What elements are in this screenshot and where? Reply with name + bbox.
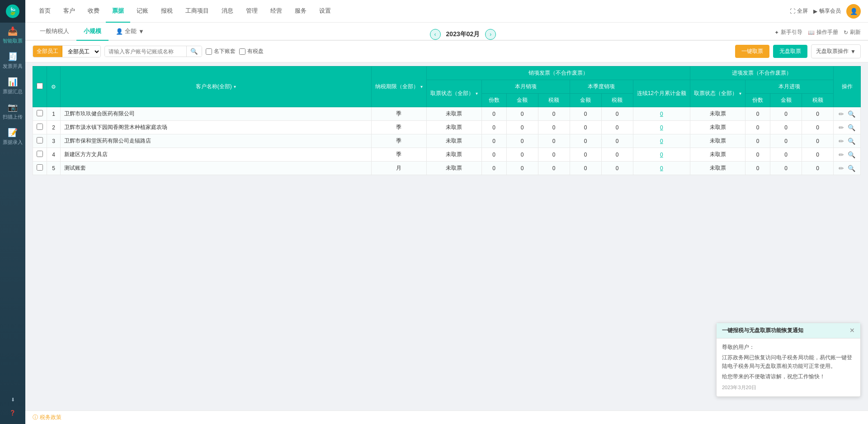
cumulative-link[interactable]: 0 [660,165,663,172]
th-amount-month-purchase: 金额 [770,94,802,107]
th-amount-quarter-sales: 金额 [570,94,601,107]
table-row: 4 新建区方方文具店 季 未取票 0 0 0 0 0 0 未取票 0 0 0 ✏… [33,148,861,162]
tab-general[interactable]: 一般纳税人 [33,23,76,41]
row-tax-month-purchase: 0 [802,134,834,148]
row-select-checkbox[interactable] [37,110,43,116]
app-logo[interactable]: 🍃 [0,0,25,23]
row-select-checkbox[interactable] [37,124,43,130]
member-btn[interactable]: ▶ 畅享会员 [813,7,841,15]
table-settings-icon[interactable]: ⚙ [51,84,56,90]
sidebar-item-invoice-open[interactable]: 🧾 发票开具 [0,48,25,73]
edit-icon[interactable]: ✏ [839,110,844,118]
row-no: 1 [47,107,61,121]
nav-home[interactable]: 首页 [33,0,57,23]
view-icon[interactable]: 🔍 [848,110,855,118]
nav-business[interactable]: 工商项目 [179,0,215,23]
th-fetch-status-sales: 取票状态（全部） ▾ [426,80,481,107]
sidebar-item-scan-upload-label: 扫描上传 [3,114,23,120]
row-copies-month-purchase: 0 [745,148,770,162]
notification-title: 一键报税与无盘取票功能恢复通知 [722,327,803,334]
filter-period-icon[interactable]: ▾ [420,84,423,89]
row-amount-quarter-sales: 0 [570,162,601,175]
nav-invoice[interactable]: 票据 [106,0,130,23]
search-button[interactable]: 🔍 [186,46,202,57]
nav-management[interactable]: 管理 [240,0,264,23]
select-all-checkbox[interactable] [37,83,43,89]
row-select-checkbox[interactable] [37,164,43,171]
sidebar-item-help[interactable]: ❓ [0,406,25,419]
employee-select[interactable]: 全部员工 [62,46,100,57]
row-select-checkbox[interactable] [37,151,43,157]
row-tax-month-sales: 0 [538,162,570,175]
nav-services[interactable]: 服务 [288,0,313,23]
no-disk-ops-btn[interactable]: 无盘取票操作 ▼ [811,44,861,58]
guide-btn[interactable]: ✦ 新手引导 [774,29,802,36]
row-period: 月 [371,162,426,175]
sidebar-item-invoice-entry-label: 票据录入 [3,139,23,146]
row-fetch-status-sales: 未取票 [426,162,481,175]
tab-all[interactable]: 👤 全能 ▼ [108,23,151,41]
edit-icon[interactable]: ✏ [839,138,844,145]
nav-tax[interactable]: 报税 [155,0,179,23]
cumulative-link[interactable]: 0 [660,111,663,117]
row-actions: ✏ 🔍 [834,121,861,134]
sidebar-item-intelligent-fetch[interactable]: 📥 智能取票 [0,23,25,48]
cumulative-link[interactable]: 0 [660,138,663,144]
row-fetch-status-sales: 未取票 [426,121,481,134]
nav-billing[interactable]: 收费 [81,0,106,23]
row-amount-month-purchase: 0 [770,107,802,121]
nav-bookkeeping[interactable]: 记账 [130,0,155,23]
next-date-btn[interactable]: › [485,29,496,40]
tab-small[interactable]: 小规模 [76,23,108,41]
nav-customer[interactable]: 客户 [57,0,81,23]
th-month-purchase: 本月进项 [745,80,834,94]
filter-status-purchase-icon[interactable]: ▾ [739,91,741,96]
notification-close-btn[interactable]: ✕ [849,327,855,334]
edit-icon[interactable]: ✏ [839,151,844,158]
nav-operations[interactable]: 经营 [264,0,288,23]
guide-icon: ✦ [774,29,779,36]
view-icon[interactable]: 🔍 [848,124,855,131]
taxdisk-checkbox[interactable] [239,48,245,55]
search-input[interactable] [105,47,186,57]
manual-btn[interactable]: 📖 操作手册 [808,29,838,36]
no-disk-fetch-btn[interactable]: 无盘取票 [773,45,807,58]
nav-messages[interactable]: 消息 [215,0,240,23]
view-icon[interactable]: 🔍 [848,165,855,172]
edit-icon[interactable]: ✏ [839,165,844,172]
sidebar-item-invoice-entry[interactable]: 📝 票据录入 [0,124,25,149]
one-key-fetch-btn[interactable]: 一键取票 [735,45,769,58]
filter-customer-icon[interactable]: ▾ [234,84,236,89]
date-navigator: ‹ 2023年02月 › [151,29,774,40]
row-amount-quarter-sales: 0 [570,107,601,121]
fullscreen-btn[interactable]: ⛶ 全屏 [790,7,808,15]
row-fetch-status-purchase: 未取票 [690,162,745,175]
avatar[interactable]: 👤 [846,4,861,19]
row-actions: ✏ 🔍 [834,162,861,175]
sidebar-item-scan-upload[interactable]: 📷 扫描上传 [0,99,25,124]
filter-status-sales-icon[interactable]: ▾ [476,91,478,96]
cumulative-link[interactable]: 0 [660,124,663,131]
view-icon[interactable]: 🔍 [848,138,855,145]
row-amount-month-sales: 0 [506,162,538,175]
sidebar-item-download[interactable]: ⬇ [0,393,25,406]
account-checkbox[interactable] [206,48,212,55]
row-select-checkbox[interactable] [37,137,43,143]
row-fetch-status-purchase: 未取票 [690,107,745,121]
row-no: 2 [47,121,61,134]
sidebar-item-invoice-summary[interactable]: 📊 票据汇总 [0,73,25,99]
view-icon[interactable]: 🔍 [848,151,855,158]
refresh-btn[interactable]: ↻ 刷新 [844,29,861,36]
edit-icon[interactable]: ✏ [839,124,844,131]
row-copies-month-sales: 0 [481,162,506,175]
th-tax-month-sales: 税额 [538,94,570,107]
row-checkbox-cell [33,162,47,175]
account-checkbox-label: 名下账套 [214,48,236,55]
nav-settings[interactable]: 设置 [313,0,337,23]
cumulative-link[interactable]: 0 [660,152,663,158]
refresh-label: 刷新 [850,29,861,36]
th-settings: ⚙ [47,67,61,107]
prev-date-btn[interactable]: ‹ [430,29,441,40]
tax-policy-link[interactable]: ⓘ 税务政策 [33,414,61,421]
row-copies-month-purchase: 0 [745,107,770,121]
